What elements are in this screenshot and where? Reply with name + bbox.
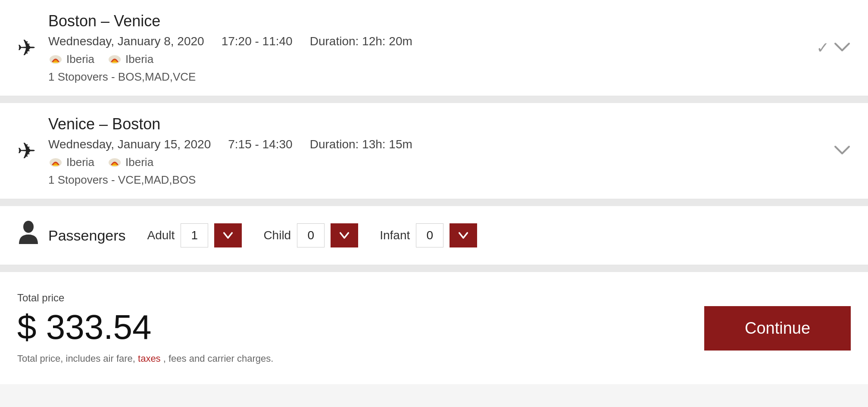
outbound-meta: Wednesday, January 8, 2020 17:20 - 11:40… bbox=[48, 34, 851, 48]
chevron-down-icon-child bbox=[338, 229, 350, 241]
return-duration: Duration: 13h: 15m bbox=[310, 138, 412, 151]
return-stopovers: 1 Stopovers - VCE,MAD,BOS bbox=[48, 173, 851, 187]
infant-passenger-group: Infant 0 bbox=[380, 223, 477, 247]
outbound-flight-card: ✈ Boston – Venice Wednesday, January 8, … bbox=[0, 0, 868, 96]
iberia-logo-1 bbox=[48, 53, 63, 66]
return-flight-info: Venice – Boston Wednesday, January 15, 2… bbox=[48, 115, 851, 187]
price-section: Total price $ 333.54 Total price, includ… bbox=[0, 272, 868, 384]
outbound-time: 17:20 - 11:40 bbox=[222, 34, 293, 48]
total-price-label: Total price bbox=[17, 292, 273, 304]
total-price-amount: $ 333.54 bbox=[17, 307, 273, 347]
outbound-duration: Duration: 12h: 20m bbox=[310, 34, 412, 48]
passengers-section: Passengers Adult 1 Child 0 Infant 0 bbox=[0, 206, 868, 265]
return-route: Venice – Boston bbox=[48, 115, 851, 133]
chevron-down-icon-infant bbox=[457, 229, 469, 241]
price-left: Total price $ 333.54 Total price, includ… bbox=[17, 292, 273, 364]
return-date: Wednesday, January 15, 2020 bbox=[48, 138, 211, 151]
chevron-down-icon bbox=[834, 41, 851, 53]
return-airline-1-name: Iberia bbox=[66, 156, 94, 169]
adult-count: 1 bbox=[181, 223, 208, 247]
outbound-flight-info: Boston – Venice Wednesday, January 8, 20… bbox=[48, 12, 851, 84]
return-airlines: Iberia Iberia bbox=[48, 156, 851, 169]
person-silhouette-icon bbox=[17, 220, 40, 246]
outbound-airline-1-name: Iberia bbox=[66, 53, 94, 66]
return-flight-card: ✈ Venice – Boston Wednesday, January 15,… bbox=[0, 103, 868, 199]
plane-icon: ✈ bbox=[17, 35, 36, 61]
iberia-logo-4 bbox=[107, 157, 122, 169]
outbound-airlines: Iberia Iberia bbox=[48, 53, 851, 66]
adult-dropdown-button[interactable] bbox=[214, 223, 242, 247]
return-airline-2: Iberia bbox=[107, 156, 153, 169]
price-note: Total price, includes air fare, taxes , … bbox=[17, 353, 273, 364]
chevron-down-icon-2 bbox=[834, 144, 851, 156]
child-dropdown-button[interactable] bbox=[331, 223, 358, 247]
price-note-prefix: Total price, includes air fare, bbox=[17, 353, 135, 364]
outbound-route: Boston – Venice bbox=[48, 12, 851, 30]
outbound-stopovers: 1 Stopovers - BOS,MAD,VCE bbox=[48, 70, 851, 84]
child-passenger-group: Child 0 bbox=[263, 223, 358, 247]
return-airline-2-name: Iberia bbox=[125, 156, 153, 169]
taxes-link[interactable]: taxes bbox=[138, 353, 161, 364]
return-expand-button[interactable] bbox=[834, 142, 851, 160]
infant-label: Infant bbox=[380, 229, 410, 242]
outbound-airline-1: Iberia bbox=[48, 53, 94, 66]
person-icon bbox=[17, 220, 40, 251]
return-airline-1: Iberia bbox=[48, 156, 94, 169]
continue-button[interactable]: Continue bbox=[704, 306, 851, 351]
child-count: 0 bbox=[297, 223, 325, 247]
iberia-logo-2 bbox=[107, 53, 122, 66]
passenger-header: Passengers bbox=[17, 220, 126, 251]
separator-1 bbox=[0, 96, 868, 103]
chevron-down-icon-adult bbox=[222, 229, 234, 241]
outbound-airline-2: Iberia bbox=[107, 53, 153, 66]
iberia-logo-3 bbox=[48, 157, 63, 169]
infant-dropdown-button[interactable] bbox=[450, 223, 477, 247]
return-meta: Wednesday, January 15, 2020 7:15 - 14:30… bbox=[48, 138, 851, 151]
outbound-date: Wednesday, January 8, 2020 bbox=[48, 34, 204, 48]
separator-2 bbox=[0, 199, 868, 206]
return-time: 7:15 - 14:30 bbox=[228, 138, 292, 151]
infant-count: 0 bbox=[416, 223, 443, 247]
plane-icon-2: ✈ bbox=[17, 138, 36, 164]
adult-label: Adult bbox=[147, 229, 175, 242]
child-label: Child bbox=[263, 229, 291, 242]
separator-3 bbox=[0, 265, 868, 272]
svg-point-4 bbox=[23, 221, 34, 233]
outbound-airline-2-name: Iberia bbox=[125, 53, 153, 66]
passengers-label: Passengers bbox=[48, 227, 126, 244]
adult-passenger-group: Adult 1 bbox=[147, 223, 242, 247]
outbound-expand-button[interactable]: ✓ bbox=[816, 39, 851, 57]
price-note-suffix: , fees and carrier charges. bbox=[163, 353, 274, 364]
